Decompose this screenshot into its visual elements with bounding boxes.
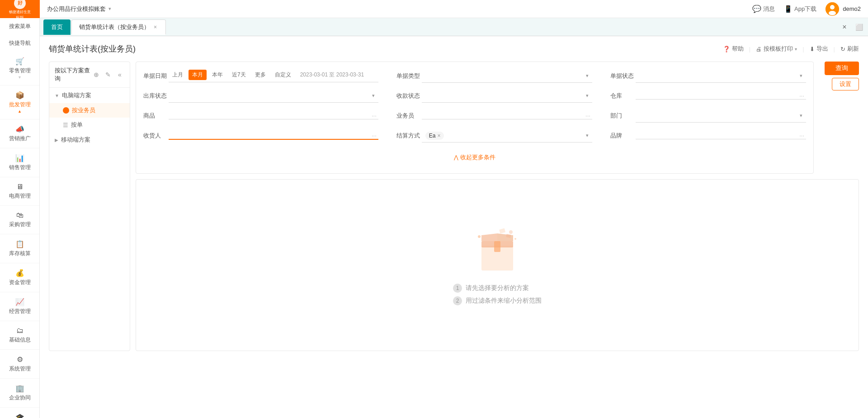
payment-method-select[interactable]: Ea × ▾ (422, 129, 592, 142)
sales-label: 销售管理 (4, 164, 36, 171)
message-action[interactable]: 💬 消息 (752, 5, 775, 13)
add-icon: ⊕ (94, 71, 99, 78)
home-tab-label: 首页 (51, 23, 63, 31)
date-btn-thisyear[interactable]: 本年 (208, 70, 226, 80)
tab-bar-actions: × ⬜ (839, 22, 864, 33)
dept-select[interactable]: ▾ (636, 109, 806, 123)
brand-label: 畅捷通好生意 (9, 10, 31, 14)
filter-brand: 品牌 ··· (610, 132, 806, 140)
search-menu[interactable]: 搜索菜单 (0, 18, 39, 35)
left-panel: 按以下方案查询 ⊕ ✎ « (49, 62, 130, 351)
sidebar-item-inventory[interactable]: 📋 库存核算 (0, 234, 39, 263)
print-icon: 🖨 (756, 46, 762, 52)
filter-payment-method: 结算方式 Ea × ▾ (396, 129, 592, 142)
salesperson-input[interactable] (422, 112, 584, 119)
panel-collapse-icon[interactable]: « (115, 70, 124, 79)
inventory-label: 库存核算 (4, 250, 36, 257)
print-dropdown-icon: ▾ (795, 47, 797, 52)
salesperson-circle-icon (63, 107, 69, 114)
help-btn[interactable]: ❓ 帮助 (723, 45, 744, 53)
svg-point-2 (829, 11, 836, 15)
sidebar-item-retail[interactable]: 🛒 零售管理 ▼ (0, 52, 39, 86)
brand-input[interactable] (636, 132, 797, 139)
date-btn-7days[interactable]: 近7天 (228, 70, 250, 80)
right-panel: 单据日期 上月 本月 本年 近7天 更多 自定义 (136, 62, 859, 351)
receiver-input-wrap: ··· (169, 132, 378, 140)
tab-close-window[interactable]: × (839, 22, 850, 33)
inventory-icon: 📋 (4, 240, 36, 248)
app-download-label: App下载 (794, 5, 816, 13)
panel-add-icon[interactable]: ⊕ (92, 70, 101, 79)
page-title-bar: 销货单统计表(按业务员) ❓ 帮助 | 🖨 按模板打印 ▾ (49, 43, 859, 54)
sidebar-item-finance[interactable]: 💰 资金管理 (0, 263, 39, 292)
sidebar-item-ecom[interactable]: 🖥 电商管理 (0, 177, 39, 206)
tree-item-by-doc[interactable]: ☰ 按单 (49, 118, 130, 132)
doc-type-select[interactable]: ▾ (422, 69, 592, 83)
settings-button[interactable]: 设置 (832, 78, 859, 90)
tab-home[interactable]: 首页 (43, 19, 71, 35)
system-icon: ⚙ (4, 355, 36, 364)
enterprise-label: 企业协同 (4, 394, 36, 402)
collapse-btn[interactable]: ⋀ 收起更多条件 (143, 149, 806, 166)
receiver-input[interactable] (169, 132, 370, 139)
tree-item-desktop[interactable]: ▼ 电脑端方案 (49, 88, 130, 103)
receiver-more-icon[interactable]: ··· (370, 132, 378, 139)
out-status-select[interactable]: ▾ (169, 89, 378, 103)
sidebar-item-system[interactable]: ⚙ 系统管理 (0, 350, 39, 379)
goods-input[interactable] (169, 112, 370, 119)
panel-edit-icon[interactable]: ✎ (104, 70, 113, 79)
warehouse-input[interactable] (636, 92, 797, 99)
sidebar: 搜索菜单 快捷导航 🛒 零售管理 ▼ 📦 批发管理 ▲ 📣 营销推广 📊 销售管… (0, 18, 40, 418)
app-download-action[interactable]: 📱 App下载 (784, 5, 816, 13)
sidebar-item-marketing[interactable]: 📣 营销推广 (0, 119, 39, 148)
quick-nav[interactable]: 快捷导航 (0, 35, 39, 52)
warehouse-more-icon[interactable]: ··· (797, 92, 806, 99)
empty-tip-1: 1 请先选择要分析的方案 (453, 284, 542, 293)
date-btn-custom[interactable]: 自定义 (271, 70, 295, 80)
tip-text-1: 请先选择要分析的方案 (466, 284, 529, 292)
workspace-selector[interactable]: 办公用品行业模拟账套 ▾ (40, 5, 745, 13)
dept-label: 部门 (610, 112, 636, 120)
tab-restore-window[interactable]: ⬜ (854, 22, 864, 33)
date-btn-thismonth[interactable]: 本月 (189, 70, 207, 80)
message-icon: 💬 (752, 5, 761, 13)
template-print-btn[interactable]: 🖨 按模板打印 ▾ (756, 45, 797, 53)
doc-status-select[interactable]: ▾ (636, 69, 806, 83)
filter-out-status: 出库状态 ▾ (143, 89, 378, 103)
receipt-status-select[interactable]: ▾ (422, 89, 592, 103)
sidebar-item-newbie[interactable]: 🎓 新手引导 (0, 408, 39, 418)
goods-more-icon[interactable]: ··· (370, 112, 378, 119)
sidebar-item-wholesale[interactable]: 📦 批发管理 ▲ (0, 86, 39, 119)
sidebar-item-enterprise[interactable]: 🏢 企业协同 (0, 379, 39, 408)
tab-bar: 首页 销货单统计表（按业务员） × × ⬜ (40, 18, 868, 36)
refresh-btn[interactable]: ↻ 刷新 (840, 45, 859, 53)
tree-label-doc: 按单 (71, 121, 83, 129)
out-status-arrow: ▾ (372, 93, 375, 99)
result-area: 1 请先选择要分析的方案 2 用过滤条件来缩小分析范围 (136, 179, 859, 351)
receiver-label: 收货人 (143, 132, 169, 140)
tree-item-mobile[interactable]: ▶ 移动端方案 (49, 132, 130, 147)
tab-sales-stats[interactable]: 销货单统计表（按业务员） × (71, 19, 166, 35)
operation-label: 经营管理 (4, 308, 36, 315)
brand-label: 品牌 (610, 132, 636, 140)
export-btn[interactable]: ⬇ 导出 (810, 45, 828, 53)
brand-more-icon[interactable]: ··· (797, 132, 806, 139)
divider2: | (802, 46, 804, 52)
user-profile[interactable]: demo2 (826, 2, 861, 16)
date-btn-more[interactable]: 更多 (251, 70, 269, 80)
sidebar-item-sales[interactable]: 📊 销售管理 (0, 148, 39, 177)
sidebar-item-operation[interactable]: 📈 经营管理 (0, 292, 39, 321)
sidebar-item-purchase[interactable]: 🛍 采购管理 (0, 206, 39, 234)
payment-tag-close[interactable]: × (437, 133, 440, 139)
filter-warehouse: 仓库 ··· (610, 92, 806, 100)
tab-close-icon[interactable]: × (152, 24, 158, 31)
tree-item-by-salesperson[interactable]: 按业务员 (49, 103, 130, 118)
doc-type-arrow: ▾ (586, 73, 589, 79)
date-btn-lastmonth[interactable]: 上月 (169, 70, 187, 80)
svg-point-8 (509, 230, 513, 234)
salesperson-more-icon[interactable]: ··· (584, 112, 592, 119)
query-button[interactable]: 查询 (825, 62, 859, 75)
template-print-label: 按模板打印 (764, 45, 793, 53)
sidebar-item-basic[interactable]: 🗂 基础信息 (0, 321, 39, 350)
basic-label: 基础信息 (4, 336, 36, 344)
